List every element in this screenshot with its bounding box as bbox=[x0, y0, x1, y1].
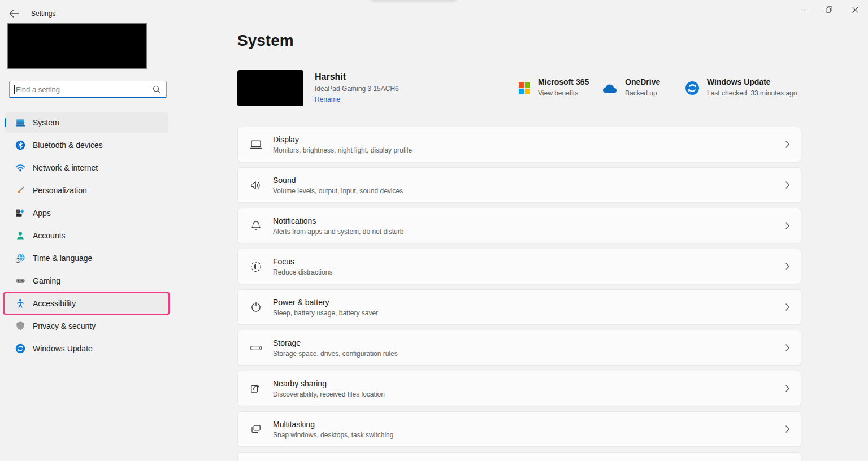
text-caret bbox=[14, 85, 15, 94]
chevron-right-icon bbox=[785, 222, 789, 229]
sidebar-item-label: Personalization bbox=[33, 186, 87, 195]
window-controls bbox=[790, 0, 868, 19]
windows-update-icon bbox=[15, 343, 25, 354]
sidebar-item-system[interactable]: System bbox=[5, 112, 168, 133]
status-title: Microsoft 365 bbox=[538, 77, 589, 87]
sidebar: System Bluetooth & devices Network & int… bbox=[0, 0, 176, 461]
card-nearby-sharing[interactable]: Nearby sharing Discoverability, received… bbox=[237, 371, 801, 406]
sidebar-item-apps[interactable]: Apps bbox=[5, 203, 168, 223]
status-microsoft-365[interactable]: Microsoft 365 View benefits bbox=[518, 77, 589, 97]
status-title: OneDrive bbox=[625, 77, 660, 87]
sidebar-nav: System Bluetooth & devices Network & int… bbox=[5, 112, 168, 361]
search-icon bbox=[153, 85, 160, 93]
multitasking-windows-icon bbox=[249, 423, 263, 436]
card-text: Focus Reduce distractions bbox=[273, 257, 332, 276]
apps-icon bbox=[15, 208, 25, 218]
card-subtitle: Snap windows, desktops, task switching bbox=[273, 431, 393, 439]
card-text: Display Monitors, brightness, night ligh… bbox=[273, 135, 412, 154]
personalization-brush-icon bbox=[15, 185, 25, 195]
status-text: Microsoft 365 View benefits bbox=[538, 77, 589, 97]
card-text: Storage Storage space, drives, configura… bbox=[273, 338, 398, 358]
sidebar-item-label: Gaming bbox=[33, 276, 60, 285]
system-icon bbox=[15, 118, 25, 128]
close-button[interactable] bbox=[842, 0, 868, 19]
privacy-shield-icon bbox=[15, 321, 25, 331]
status-title: Windows Update bbox=[707, 77, 797, 87]
sidebar-item-label: Accessibility bbox=[33, 299, 76, 308]
rename-link[interactable]: Rename bbox=[315, 95, 340, 103]
chevron-right-icon bbox=[785, 344, 789, 351]
card-focus[interactable]: Focus Reduce distractions bbox=[237, 249, 801, 284]
sidebar-item-personalization[interactable]: Personalization bbox=[5, 180, 168, 201]
power-icon bbox=[249, 301, 263, 314]
sidebar-item-label: Bluetooth & devices bbox=[33, 141, 103, 150]
network-wifi-icon bbox=[15, 163, 25, 173]
onedrive-icon bbox=[602, 83, 618, 94]
card-text: Nearby sharing Discoverability, received… bbox=[273, 379, 385, 398]
card-text: Power & battery Sleep, battery usage, ba… bbox=[273, 298, 378, 317]
gaming-gamepad-icon bbox=[15, 276, 25, 286]
display-icon bbox=[249, 138, 263, 151]
status-windows-update[interactable]: Windows Update Last checked: 33 minutes … bbox=[685, 77, 797, 97]
sidebar-item-label: Privacy & security bbox=[33, 321, 96, 330]
sound-icon bbox=[249, 179, 263, 192]
chevron-right-icon bbox=[785, 303, 789, 311]
restore-button[interactable] bbox=[816, 0, 842, 19]
card-power-battery[interactable]: Power & battery Sleep, battery usage, ba… bbox=[237, 289, 801, 325]
card-subtitle: Storage space, drives, configuration rul… bbox=[273, 350, 398, 358]
time-language-globe-icon bbox=[15, 253, 25, 263]
card-title: Focus bbox=[273, 257, 332, 267]
chevron-right-icon bbox=[785, 425, 789, 433]
storage-drive-icon bbox=[249, 341, 263, 355]
device-image-redacted bbox=[237, 70, 303, 106]
microsoft-365-icon bbox=[518, 82, 531, 94]
settings-card-list: Display Monitors, brightness, night ligh… bbox=[237, 127, 801, 461]
sidebar-item-label: System bbox=[33, 118, 59, 127]
sidebar-item-label: Accounts bbox=[33, 231, 66, 240]
focus-icon bbox=[249, 260, 263, 273]
card-notifications[interactable]: Notifications Alerts from apps and syste… bbox=[237, 208, 801, 243]
card-text: Sound Volume levels, output, input, soun… bbox=[273, 176, 403, 195]
chevron-right-icon bbox=[785, 181, 789, 189]
card-title: Nearby sharing bbox=[273, 379, 385, 389]
card-storage[interactable]: Storage Storage space, drives, configura… bbox=[237, 330, 801, 366]
profile-redacted-block bbox=[7, 23, 147, 69]
windows-update-icon bbox=[685, 81, 700, 95]
card-partially-visible[interactable] bbox=[237, 452, 801, 461]
restore-icon bbox=[826, 6, 832, 13]
sidebar-item-bluetooth-devices[interactable]: Bluetooth & devices bbox=[5, 135, 168, 155]
card-sound[interactable]: Sound Volume levels, output, input, soun… bbox=[237, 167, 801, 203]
chevron-right-icon bbox=[785, 141, 789, 148]
card-title: Notifications bbox=[273, 216, 403, 226]
chevron-right-icon bbox=[785, 385, 789, 392]
sidebar-item-windows-update[interactable]: Windows Update bbox=[5, 338, 168, 359]
status-text: Windows Update Last checked: 33 minutes … bbox=[707, 77, 797, 97]
close-icon bbox=[852, 7, 858, 13]
sidebar-item-label: Network & internet bbox=[33, 163, 98, 172]
sidebar-item-gaming[interactable]: Gaming bbox=[5, 271, 168, 291]
card-multitasking[interactable]: Multitasking Snap windows, desktops, tas… bbox=[237, 411, 801, 447]
sidebar-item-accessibility[interactable]: Accessibility bbox=[5, 293, 168, 314]
status-subtitle[interactable]: View benefits bbox=[538, 89, 589, 97]
card-subtitle: Volume levels, output, input, sound devi… bbox=[273, 187, 403, 195]
bluetooth-icon bbox=[15, 140, 25, 150]
card-title: Multitasking bbox=[273, 420, 393, 429]
status-subtitle: Last checked: 33 minutes ago bbox=[707, 89, 797, 97]
search-box[interactable] bbox=[9, 81, 167, 98]
selection-indicator bbox=[5, 118, 6, 127]
search-input[interactable] bbox=[10, 85, 153, 94]
card-title: Power & battery bbox=[273, 298, 378, 307]
card-title: Display bbox=[273, 135, 412, 145]
card-text: Notifications Alerts from apps and syste… bbox=[273, 216, 403, 236]
notifications-bell-icon bbox=[249, 219, 263, 233]
card-subtitle: Alerts from apps and system, do not dist… bbox=[273, 228, 403, 236]
device-name: Harshit bbox=[315, 72, 399, 82]
sidebar-item-network-internet[interactable]: Network & internet bbox=[5, 158, 168, 178]
status-onedrive[interactable]: OneDrive Backed up bbox=[602, 77, 660, 97]
card-subtitle: Sleep, battery usage, battery saver bbox=[273, 309, 378, 317]
sidebar-item-accounts[interactable]: Accounts bbox=[5, 225, 168, 246]
card-display[interactable]: Display Monitors, brightness, night ligh… bbox=[237, 127, 801, 162]
status-text: OneDrive Backed up bbox=[625, 77, 660, 97]
sidebar-item-time-language[interactable]: Time & language bbox=[5, 248, 168, 268]
sidebar-item-privacy-security[interactable]: Privacy & security bbox=[5, 316, 168, 336]
